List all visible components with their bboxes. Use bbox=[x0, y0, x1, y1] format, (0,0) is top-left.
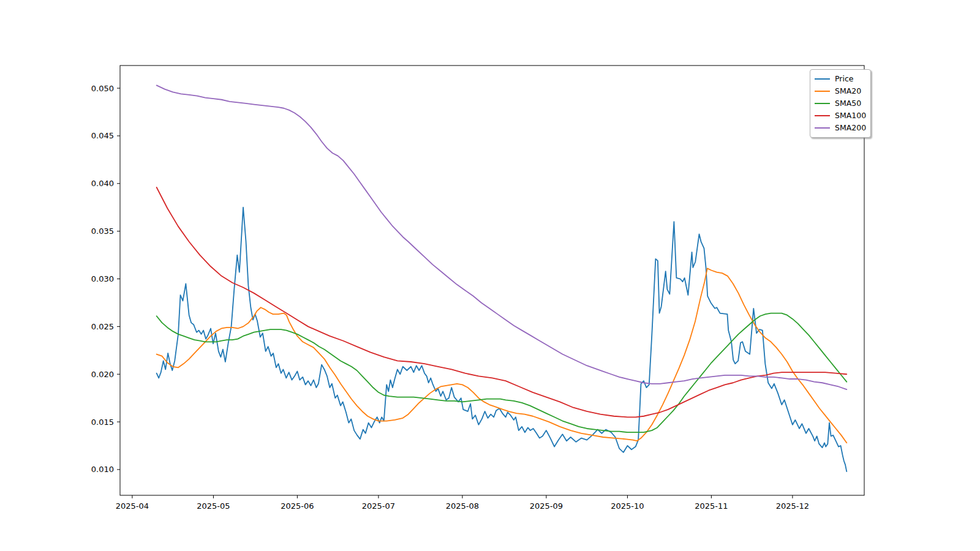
y-tick-label-0.030: 0.030 bbox=[91, 274, 114, 283]
y-tick-label-0.025: 0.025 bbox=[91, 322, 114, 331]
price-line-swatch bbox=[815, 78, 830, 80]
sma200-line-swatch bbox=[815, 127, 830, 129]
x-tick-label-2025-05: 2025-05 bbox=[197, 501, 230, 511]
legend-entry-sma20: SMA20 bbox=[815, 85, 866, 97]
y-tick-label-0.045: 0.045 bbox=[91, 131, 114, 140]
x-tick-label-2025-04: 2025-04 bbox=[116, 501, 149, 511]
x-tick-label-2025-08: 2025-08 bbox=[446, 501, 479, 511]
y-tick-label-0.050: 0.050 bbox=[91, 84, 114, 93]
sma50-line-swatch bbox=[815, 103, 830, 104]
y-tick-label-0.020: 0.020 bbox=[91, 370, 114, 379]
figure-canvas: 2025-042025-052025-062025-072025-082025-… bbox=[0, 0, 980, 551]
plot-area bbox=[120, 66, 864, 495]
y-tick-label-0.015: 0.015 bbox=[91, 418, 114, 427]
legend-entry-sma100: SMA100 bbox=[815, 110, 866, 122]
legend-label-sma20: SMA20 bbox=[835, 85, 861, 97]
x-tick-label-2025-11: 2025-11 bbox=[695, 501, 728, 511]
x-tick-label-2025-10: 2025-10 bbox=[611, 501, 644, 511]
legend-label-sma100: SMA100 bbox=[835, 110, 866, 122]
legend-entry-sma200: SMA200 bbox=[815, 122, 866, 134]
legend-entry-price: Price bbox=[815, 73, 866, 85]
y-tick-label-0.040: 0.040 bbox=[91, 179, 114, 188]
legend-entry-sma50: SMA50 bbox=[815, 97, 866, 110]
legend: Price SMA20 SMA50 SMA100 SMA200 bbox=[810, 69, 871, 138]
legend-label-price: Price bbox=[835, 73, 854, 85]
y-tick-label-0.010: 0.010 bbox=[91, 465, 114, 474]
sma20-line-swatch bbox=[815, 91, 830, 92]
legend-label-sma50: SMA50 bbox=[835, 97, 861, 110]
x-tick-label-2025-09: 2025-09 bbox=[530, 501, 563, 511]
sma100-line-swatch bbox=[815, 115, 830, 116]
y-tick-label-0.035: 0.035 bbox=[91, 227, 114, 236]
x-tick-label-2025-06: 2025-06 bbox=[281, 501, 314, 511]
x-tick-label-2025-12: 2025-12 bbox=[776, 501, 809, 511]
legend-label-sma200: SMA200 bbox=[835, 122, 866, 134]
x-tick-label-2025-07: 2025-07 bbox=[362, 501, 395, 511]
